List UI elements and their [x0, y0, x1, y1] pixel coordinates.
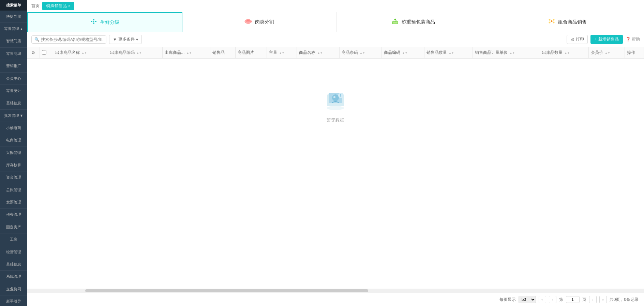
sidebar-item-purchase-mgmt[interactable]: 采购管理 — [0, 147, 27, 159]
col-out-product-name[interactable]: 出库商品名称 ▲▼ — [53, 47, 108, 59]
sidebar-item-newbie-guide[interactable]: 新手引导 — [0, 295, 27, 306]
svg-point-13 — [553, 22, 554, 24]
close-tab-icon[interactable]: × — [68, 4, 70, 8]
search-icon: 🔍 — [34, 37, 40, 42]
topbar: 首页 特殊销售品 × — [27, 0, 644, 12]
sort-arrows-sale-qty: ▲▼ — [449, 52, 454, 55]
retail-mgmt-label: 零售管理 — [4, 26, 19, 31]
svg-point-10 — [549, 19, 550, 21]
search-input[interactable] — [41, 37, 103, 42]
col-out-product-code[interactable]: 出库商品编码 ▲▼ — [108, 47, 163, 59]
svg-point-0 — [91, 21, 92, 22]
add-button-label: + 新增销售品 — [595, 36, 618, 42]
home-link[interactable]: 首页 — [31, 3, 40, 9]
search-wrap[interactable]: 🔍 — [31, 35, 106, 44]
empty-state: ! 暂无数据 — [27, 59, 644, 151]
help-button[interactable]: ❓ 帮助 — [626, 36, 640, 42]
col-out-qty[interactable]: 出库品数量 ▲▼ — [540, 47, 589, 59]
table-header-row: ⚙ 出库商品名称 ▲▼ 出库商品编码 ▲▼ 出库商品... — [27, 47, 644, 59]
sort-arrows-product-name: ▲▼ — [317, 52, 323, 55]
sidebar-item-sys-mgmt[interactable]: 系统管理 — [0, 271, 27, 283]
sidebar-item-basic-info[interactable]: 基础信息 — [0, 97, 27, 109]
add-button[interactable]: + 新增销售品 — [590, 35, 623, 44]
cat-tab-weight-package[interactable]: 称重预包装商品 — [336, 12, 491, 32]
col-sale-product[interactable]: 销售品 — [210, 47, 235, 59]
sidebar-item-fixed-assets[interactable]: 固定资产 — [0, 221, 27, 233]
sidebar-item-ecom-mgmt[interactable]: 电商管理 — [0, 134, 27, 147]
col-operation[interactable]: 操作 — [625, 47, 644, 59]
sidebar-item-marketing[interactable]: 营销推广 — [0, 60, 27, 72]
svg-text:!: ! — [340, 94, 341, 97]
cat-tab-combo[interactable]: 组合商品销售 — [490, 12, 644, 32]
col-weight[interactable]: 主量 ▲▼ — [267, 47, 297, 59]
total-label: 共0页，0条记录 — [610, 297, 639, 303]
svg-point-18 — [332, 94, 339, 101]
sidebar-item-small-shop[interactable]: 小畅电商 — [0, 122, 27, 134]
sidebar-item-ops-mgmt[interactable]: 经营管理 — [0, 246, 27, 258]
sidebar-item-inventory[interactable]: 库存核算 — [0, 159, 27, 171]
filter-button[interactable]: ▼ 更多条件 ▾ — [109, 35, 142, 44]
weight-package-label: 称重预包装商品 — [402, 19, 435, 25]
col-product-image[interactable]: 商品图片 — [235, 47, 267, 59]
cat-tab-meat-cut[interactable]: 肉类分割 — [182, 12, 336, 32]
sidebar-item-invoice-mgmt[interactable]: 发票管理 — [0, 196, 27, 209]
sidebar-item-batch-mgmt[interactable]: 批发管理 ▼ — [0, 110, 27, 122]
col-sale-unit[interactable]: 销售商品计量单位 ▲▼ — [473, 47, 540, 59]
main-content: 首页 特殊销售品 × 生鲜分级 — [27, 0, 644, 306]
select-all-checkbox[interactable] — [42, 50, 46, 55]
batch-mgmt-label: 批发管理 — [4, 113, 19, 118]
horizontal-scrollbar[interactable] — [27, 289, 644, 293]
sidebar-item-account-mgmt[interactable]: 总账管理 — [0, 184, 27, 196]
svg-point-12 — [549, 22, 550, 24]
sort-arrows-out-product-x: ▲▼ — [186, 52, 192, 55]
page-input[interactable] — [566, 296, 580, 303]
first-page-button[interactable]: « — [539, 296, 546, 303]
filter-icon: ▼ — [113, 37, 117, 42]
col-product-name[interactable]: 商品名称 ▲▼ — [297, 47, 339, 59]
data-table: ⚙ 出库商品名称 ▲▼ 出库商品编码 ▲▼ 出库商品... — [27, 47, 644, 151]
scrollbar-thumb[interactable] — [85, 289, 368, 292]
last-page-button[interactable]: » — [599, 296, 607, 303]
meat-cut-label: 肉类分割 — [255, 19, 274, 25]
sidebar-item-hr[interactable]: 工资 — [0, 233, 27, 246]
col-sale-qty[interactable]: 销售品数量 ▲▼ — [424, 47, 473, 59]
per-page-label: 每页显示 — [499, 297, 516, 303]
col-product-code[interactable]: 商品编码 ▲▼ — [382, 47, 424, 59]
sidebar-item-retail-mall[interactable]: 零售商城 — [0, 48, 27, 60]
sidebar-item-member-center[interactable]: 会员中心 — [0, 73, 27, 85]
sidebar-item-tax-mgmt[interactable]: 税务管理 — [0, 209, 27, 221]
col-member-price[interactable]: 会员价 ▲▼ — [588, 47, 625, 59]
svg-point-19 — [333, 96, 335, 98]
sort-arrows-weight: ▲▼ — [279, 52, 285, 55]
sidebar-logo[interactable]: 搜索菜单 — [0, 0, 27, 11]
sort-arrows-product-code: ▲▼ — [402, 52, 407, 55]
col-out-product-x[interactable]: 出库商品... ▲▼ — [163, 47, 210, 59]
sidebar-item-retail-mgmt[interactable]: 零售管理 ▲ — [0, 23, 27, 35]
sidebar-item-retail-stats[interactable]: 零售统计 — [0, 85, 27, 97]
per-page-select[interactable]: 50 10 20 100 — [519, 296, 536, 303]
sidebar-item-basic-info2[interactable]: 基础信息 — [0, 258, 27, 271]
sidebar-item-quick-nav[interactable]: 快捷导航 — [0, 11, 27, 23]
pagination: 每页显示 50 10 20 100 « ‹ 第 页 › » 共0页，0条记录 — [27, 293, 644, 306]
current-tab[interactable]: 特殊销售品 × — [42, 2, 74, 10]
col-barcode[interactable]: 商品条码 ▲▼ — [339, 47, 381, 59]
sidebar-item-capital-mgmt[interactable]: 资金管理 — [0, 171, 27, 184]
meat-cut-icon — [244, 18, 252, 26]
toolbar-right: 🖨 打印 + 新增销售品 ❓ 帮助 — [567, 35, 640, 44]
help-icon: ❓ — [626, 37, 631, 42]
cat-tab-fresh-grade[interactable]: 生鲜分级 — [27, 12, 182, 32]
svg-point-20 — [338, 93, 344, 98]
sidebar-item-company-coop[interactable]: 企业协同 — [0, 283, 27, 295]
print-label: 打印 — [576, 36, 584, 42]
col-settings[interactable]: ⚙ — [27, 47, 40, 59]
fresh-grade-icon — [90, 18, 98, 27]
retail-mgmt-arrow: ▲ — [20, 27, 24, 31]
print-button[interactable]: 🖨 打印 — [567, 35, 588, 44]
next-page-button[interactable]: › — [589, 296, 597, 303]
prev-page-button[interactable]: ‹ — [549, 296, 556, 303]
svg-point-9 — [394, 19, 395, 20]
empty-text: 暂无数据 — [327, 117, 344, 123]
sidebar-item-smart-store[interactable]: 智慧门店 — [0, 35, 27, 47]
col-checkbox[interactable] — [40, 47, 53, 59]
settings-icon[interactable]: ⚙ — [31, 50, 35, 55]
